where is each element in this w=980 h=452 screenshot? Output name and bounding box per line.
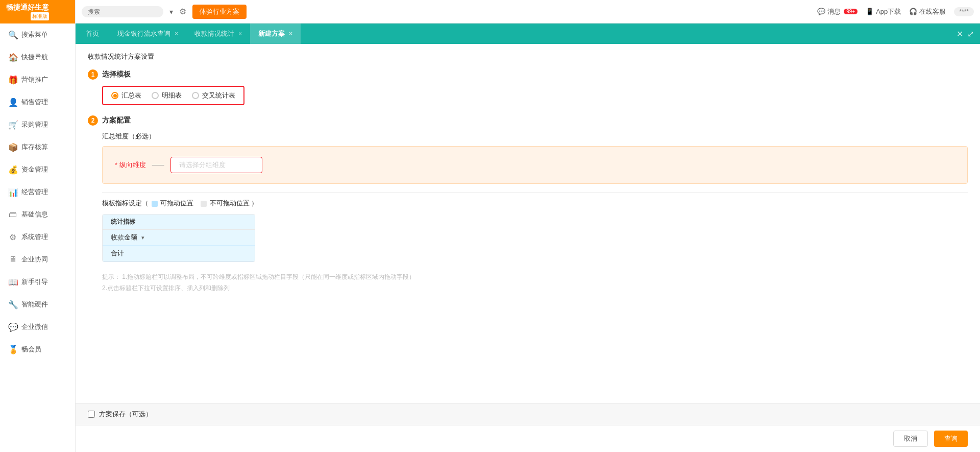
bottom-bar: 取消 查询 [76,425,980,452]
tab-receipt-stats[interactable]: 收款情况统计 × [186,23,250,44]
radio-summary-label: 汇总表 [121,91,141,100]
page-header: 收款情况统计方案设置 [88,52,968,61]
sidebar-item-finance[interactable]: 💰 资金管理 [0,158,75,181]
sidebar-item-label: 企业微信 [21,322,48,331]
sidebar-item-label: 搜索菜单 [21,30,48,39]
page-content: 收款情况统计方案设置 1 选择模板 汇总表 明细表 [76,44,980,403]
online-service-label: 在线客服 [919,7,946,16]
box-icon: 📦 [8,142,17,152]
indicator-header: 模板指标设定（ 可拖动位置 不可拖动位置 ） [102,199,968,208]
main-area: ▾ ⚙ 体验行业方案 💬 消息 99+ 📱 App下载 🎧 在线客服 **** … [76,0,980,452]
search-input[interactable] [82,6,163,17]
sidebar-item-system[interactable]: ⚙ 系统管理 [0,226,75,248]
app-download-btn[interactable]: 📱 App下载 [866,7,901,16]
sidebar-item-collab[interactable]: 🖥 企业协同 [0,248,75,271]
online-service-btn[interactable]: 🎧 在线客服 [909,7,946,16]
section-config: 2 方案配置 汇总维度（必选） * 纵向维度 —— 请选择分组维度 [88,115,968,294]
save-checkbox[interactable] [88,411,95,418]
tab-new-plan-label: 新建方案 [258,29,285,38]
tab-maximize-btn[interactable]: ⤢ [967,29,974,39]
sidebar-item-label: 库存核算 [21,142,48,152]
hint-2: 2.点击标题栏下拉可设置排序、插入列和删除列 [102,283,968,294]
tab-receipt-stats-close[interactable]: × [238,30,242,37]
topbar: ▾ ⚙ 体验行业方案 💬 消息 99+ 📱 App下载 🎧 在线客服 **** [76,0,980,23]
dimension-area: * 纵向维度 —— 请选择分组维度 [102,146,968,184]
content-area: 收款情况统计方案设置 1 选择模板 汇总表 明细表 [76,44,980,452]
search-icon: 🔍 [8,30,17,40]
indicator-cell-amount-label: 收款金额 [111,233,137,242]
section-2-label: 方案配置 [102,116,131,125]
section-1-title: 1 选择模板 [88,69,968,80]
sidebar-nav: 🔍 搜索菜单 🏠 快捷导航 🎁 营销推广 👤 销售管理 🛒 采购管理 📦 库存核… [0,23,75,452]
tabbar-actions: ✕ ⤢ [957,29,980,39]
indicator-cell-amount[interactable]: 收款金额 ▾ [103,230,255,246]
message-btn[interactable]: 💬 消息 99+ [817,7,857,16]
chat-icon: 💬 [8,322,17,332]
tab-home-label: 首页 [86,29,99,38]
tab-bank-query-close[interactable]: × [175,30,178,37]
dimension-selector[interactable]: 请选择分组维度 [170,157,262,173]
config-box: 汇总维度（必选） * 纵向维度 —— 请选择分组维度 [102,132,968,294]
indicator-cell-total: 合计 [103,246,255,261]
sidebar-item-guide[interactable]: 📖 新手引导 [0,271,75,293]
hint-area: 提示： 1.拖动标题栏可以调整布局，不可跨维度或指标区域拖动栏目字段（只能在同一… [102,272,968,294]
industry-btn[interactable]: 体验行业方案 [192,5,247,19]
sidebar-item-label: 畅会员 [21,345,41,354]
radio-summary-circle [111,92,118,99]
topbar-dropdown-arrow[interactable]: ▾ [169,8,173,16]
tab-home[interactable]: 首页 [76,23,109,44]
draggable-legend-swatch [152,201,158,207]
sidebar-item-weixin[interactable]: 💬 企业微信 [0,316,75,338]
sidebar-item-purchase[interactable]: 🛒 采购管理 [0,113,75,136]
medal-icon: 🏅 [8,345,17,354]
tab-bank-query-label: 现金银行流水查询 [117,29,170,38]
radio-cross-label: 交叉统计表 [202,91,235,100]
topbar-gear-icon[interactable]: ⚙ [179,7,186,16]
dimension-placeholder: 请选择分组维度 [179,160,226,170]
sidebar-item-search[interactable]: 🔍 搜索菜单 [0,23,75,46]
cancel-button[interactable]: 取消 [893,431,928,447]
sidebar-item-marketing[interactable]: 🎁 营销推广 [0,68,75,91]
indicator-cell-total-label: 合计 [111,249,124,257]
book-icon: 📖 [8,277,17,287]
template-select-box: 汇总表 明细表 交叉统计表 [102,86,244,105]
tab-new-plan-close[interactable]: × [289,30,292,37]
vertical-label: * 纵向维度 [115,160,146,170]
dimension-row: * 纵向维度 —— 请选择分组维度 [115,157,955,173]
cart-icon: 🛒 [8,120,17,130]
radio-summary[interactable]: 汇总表 [111,91,141,100]
section-2-title: 2 方案配置 [88,115,968,126]
sidebar-item-hardware[interactable]: 🔧 智能硬件 [0,293,75,316]
query-button[interactable]: 查询 [934,431,968,447]
sidebar-item-basic-info[interactable]: 🗃 基础信息 [0,203,75,226]
radio-detail[interactable]: 明细表 [152,91,182,100]
save-label: 方案保存（可选） [99,410,152,419]
radio-cross[interactable]: 交叉统计表 [192,91,235,100]
section-1-num: 1 [88,69,98,80]
app-name: 畅捷通好生意 [6,3,49,12]
sidebar-item-quick-nav[interactable]: 🏠 快捷导航 [0,46,75,68]
message-label: 消息 [827,7,841,16]
indicator-table-header: 统计指标 [103,215,255,230]
sidebar-item-label: 企业协同 [21,255,48,264]
sidebar-item-label: 销售管理 [21,98,48,107]
hint-1: 提示： 1.拖动标题栏可以调整布局，不可跨维度或指标区域拖动栏目字段（只能在同一… [102,272,968,283]
grid-icon: 🗃 [8,210,17,219]
sidebar-item-sales[interactable]: 👤 销售管理 [0,91,75,113]
sidebar-item-label: 资金管理 [21,165,48,174]
headset-icon: 🎧 [909,8,917,15]
download-icon: 📱 [866,8,874,15]
app-download-label: App下载 [876,7,901,16]
tabbar: 首页 现金银行流水查询 × 收款情况统计 × 新建方案 × ✕ ⤢ [76,23,980,44]
user-name[interactable]: **** [954,7,974,16]
sidebar-item-operations[interactable]: 📊 经营管理 [0,181,75,203]
sidebar-item-label: 智能硬件 [21,300,48,309]
tab-close-btn[interactable]: ✕ [957,29,963,39]
sidebar-item-inventory[interactable]: 📦 库存核算 [0,136,75,158]
user-icon: 👤 [8,98,17,107]
sidebar-item-member[interactable]: 🏅 畅会员 [0,338,75,361]
tab-bank-query[interactable]: 现金银行流水查询 × [109,23,186,44]
tab-new-plan[interactable]: 新建方案 × [250,23,301,44]
fixed-legend-swatch [201,201,207,207]
sidebar-item-label: 新手引导 [21,277,48,287]
